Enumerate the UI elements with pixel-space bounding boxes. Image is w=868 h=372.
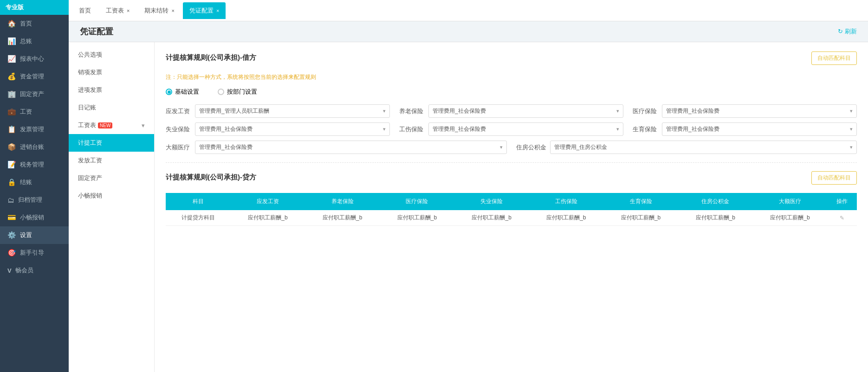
sidebar-item-wage[interactable]: 💼 工资: [0, 103, 69, 121]
label-housing-fund: 住房公积金: [516, 143, 546, 152]
radio-department-setting[interactable]: 按部门设置: [218, 88, 257, 96]
table-row: 计提贷方科目 应付职工薪酬_b 应付职工薪酬_b 应付职工薪酬_b 应付职工薪酬…: [166, 210, 857, 226]
sidebar-item-new-guide[interactable]: 🎯 新手引导: [0, 244, 69, 262]
sidebar-item-period-close[interactable]: 🔒 结账: [0, 173, 69, 191]
sidebar-item-label: 畅会员: [15, 266, 33, 275]
tab-period-close-close[interactable]: ×: [171, 8, 174, 13]
tab-payroll[interactable]: 工资表 ×: [99, 2, 136, 19]
sidebar: 专业版 🏠 首页 📊 总账 📈 报表中心 💰 资金管理 🏢 固定资产 💼 工资 …: [0, 0, 69, 372]
tab-bar: 首页 工资表 × 期末结转 × 凭证配置 ×: [69, 0, 868, 21]
accrual-section-note: 注：只能选择一种方式，系统将按照您当前的选择来配置规则: [166, 73, 857, 81]
tab-voucher-config[interactable]: 凭证配置 ×: [183, 2, 226, 19]
left-nav-fixed-assets[interactable]: 固定资产: [69, 169, 154, 187]
edit-icon[interactable]: ✎: [840, 215, 844, 221]
sidebar-item-settings[interactable]: ⚙️ 设置: [0, 226, 69, 244]
chevron-down-icon: ▾: [850, 126, 853, 132]
left-nav-diary[interactable]: 日记账: [69, 99, 154, 116]
label-shengyu-baoxian: 生育保险: [633, 125, 658, 134]
chevron-down-icon: ▾: [850, 144, 853, 150]
form-grid-row3: 大额医疗 管理费用_社会保险费 ▾ 住房公积金 管理费用_住房公积金 ▾: [166, 141, 857, 154]
left-nav-payroll-table[interactable]: 工资表 NEW ▾: [69, 116, 154, 134]
credit-auto-match-button[interactable]: 自动匹配科目: [811, 171, 857, 185]
settings-icon: ⚙️: [7, 231, 16, 239]
left-nav-xiaochang-expense[interactable]: 小畅报销: [69, 187, 154, 205]
sidebar-item-xiaochang-expense[interactable]: 💳 小畅报销: [0, 209, 69, 226]
wage-icon: 💼: [7, 108, 16, 116]
field-shiye-baoxian: 失业保险 管理费用_社会保险费 ▾: [166, 122, 390, 136]
home-icon: 🏠: [7, 19, 16, 28]
sidebar-item-general-ledger[interactable]: 📊 总账: [0, 32, 69, 50]
col-dae: 大额医疗: [753, 193, 828, 210]
label-ying-fa-gongzi: 应发工资: [166, 107, 191, 115]
sidebar-item-label: 归档管理: [18, 196, 42, 204]
chevron-down-icon: ▾: [616, 126, 619, 132]
tab-payroll-close[interactable]: ×: [127, 8, 130, 13]
sidebar-item-home[interactable]: 🏠 首页: [0, 15, 69, 32]
left-nav-purchase-invoice[interactable]: 进项发票: [69, 81, 154, 99]
left-nav-sales-invoice[interactable]: 销项发票: [69, 64, 154, 81]
tab-home-label: 首页: [79, 6, 91, 15]
sidebar-item-label: 小畅报销: [20, 213, 44, 222]
field-dae-medical: 大额医疗 管理费用_社会保险费 ▾: [166, 141, 507, 154]
sidebar-item-label: 首页: [20, 19, 32, 28]
col-subject: 科目: [166, 193, 231, 210]
select-shiye-value: 管理费用_社会保险费: [199, 125, 253, 133]
sidebar-item-report-center[interactable]: 📈 报表中心: [0, 50, 69, 68]
sidebar-item-label: 固定资产: [20, 90, 44, 98]
assets-icon: 🏢: [7, 90, 16, 98]
cell-shengyu: 应付职工薪酬_b: [603, 210, 678, 226]
tab-voucher-config-close[interactable]: ×: [216, 8, 219, 13]
sidebar-item-fixed-assets[interactable]: 🏢 固定资产: [0, 85, 69, 103]
label-shiye-baoxian: 失业保险: [166, 125, 191, 134]
select-dae-value: 管理费用_社会保险费: [199, 143, 253, 151]
select-dae-medical[interactable]: 管理费用_社会保险费 ▾: [195, 141, 507, 154]
sidebar-item-tax-management[interactable]: 📝 税务管理: [0, 156, 69, 173]
sidebar-item-member[interactable]: V 畅会员: [0, 262, 69, 279]
col-housing: 住房公积金: [678, 193, 753, 210]
select-yiliao-value: 管理费用_社会保险费: [666, 107, 719, 115]
select-ying-fa-gongzi[interactable]: 管理费用_管理人员职工薪酬 ▾: [195, 104, 390, 118]
sidebar-item-fund-management[interactable]: 💰 资金管理: [0, 68, 69, 85]
left-nav-accrual-wage[interactable]: 计提工资: [69, 134, 154, 152]
radio-dept-label: 按部门设置: [227, 88, 257, 96]
select-shiye-baoxian[interactable]: 管理费用_社会保险费 ▾: [195, 122, 390, 136]
left-nav-public-options[interactable]: 公共选项: [69, 46, 154, 64]
chevron-down-icon: ▾: [383, 126, 386, 132]
accrual-section-title: 计提核算规则(公司承担)-借方: [166, 53, 256, 62]
cell-gongshang: 应付职工薪酬_b: [529, 210, 604, 226]
left-nav-distribution-wage[interactable]: 发放工资: [69, 152, 154, 169]
col-yanglao: 养老保险: [305, 193, 380, 210]
main-area: 首页 工资表 × 期末结转 × 凭证配置 × 凭证配置 ↻ 刷新 公共选项 销项…: [69, 0, 868, 372]
cell-action[interactable]: ✎: [827, 210, 857, 226]
label-gongshang-baoxian: 工伤保险: [399, 125, 425, 134]
report-icon: 📈: [7, 55, 16, 63]
col-ying-fa: 应发工资: [231, 193, 305, 210]
select-shengyu-baoxian[interactable]: 管理费用_社会保险费 ▾: [662, 122, 857, 136]
fund-icon: 💰: [7, 72, 16, 81]
radio-basic-setting[interactable]: 基础设置: [166, 88, 199, 96]
select-housing-fund[interactable]: 管理费用_住房公积金 ▾: [550, 141, 857, 154]
cell-ying-fa: 应付职工薪酬_b: [231, 210, 305, 226]
radio-group: 基础设置 按部门设置: [166, 88, 857, 96]
select-housing-value: 管理费用_住房公积金: [554, 143, 608, 151]
new-badge: NEW: [98, 122, 112, 128]
sidebar-item-archive-management[interactable]: 🗂 归档管理: [0, 191, 69, 209]
chevron-down-icon: ▾: [850, 108, 853, 114]
accrual-auto-match-button[interactable]: 自动匹配科目: [811, 51, 857, 65]
sidebar-item-label: 新手引导: [20, 249, 44, 257]
field-housing-fund: 住房公积金 管理费用_住房公积金 ▾: [516, 141, 857, 154]
select-yanglao-baoxian[interactable]: 管理费用_社会保险费 ▾: [428, 104, 623, 118]
tab-period-close[interactable]: 期末结转 ×: [138, 2, 181, 19]
sidebar-item-label: 报表中心: [20, 55, 44, 63]
label-dae-medical: 大额医疗: [166, 143, 191, 152]
page-title: 凭证配置: [80, 26, 113, 37]
form-grid-row2: 失业保险 管理费用_社会保险费 ▾ 工伤保险 管理费用_社会保险费 ▾ 生育保险: [166, 122, 857, 136]
sidebar-item-invoice-management[interactable]: 📋 发票管理: [0, 121, 69, 138]
left-nav: 公共选项 销项发票 进项发票 日记账 工资表 NEW ▾ 计提工资 发放工资: [69, 42, 155, 372]
sidebar-item-label: 发票管理: [20, 125, 44, 134]
refresh-button[interactable]: ↻ 刷新: [838, 27, 857, 36]
tab-home[interactable]: 首页: [72, 2, 97, 19]
select-yiliao-baoxian[interactable]: 管理费用_社会保险费 ▾: [662, 104, 857, 118]
select-gongshang-baoxian[interactable]: 管理费用_社会保险费 ▾: [428, 122, 623, 136]
sidebar-item-purchase-sales[interactable]: 📦 进销台账: [0, 138, 69, 156]
